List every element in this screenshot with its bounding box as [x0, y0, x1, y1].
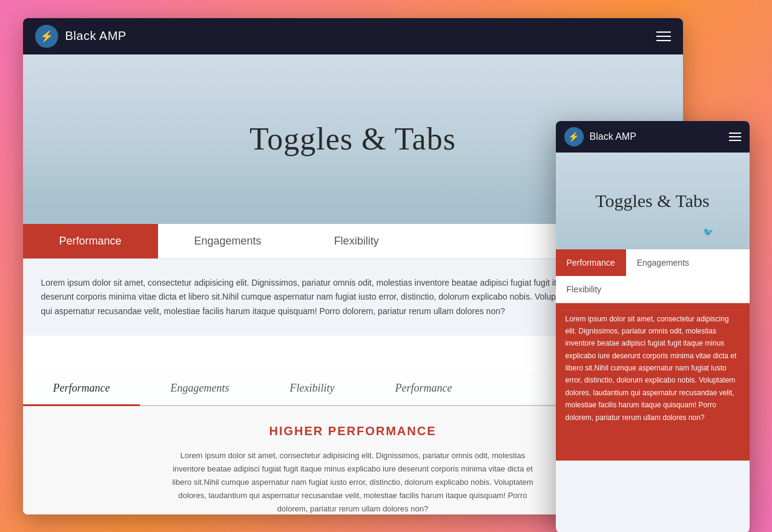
- tab-performance2-lower[interactable]: Performance: [365, 372, 482, 405]
- mobile-tabs-section: Performance Engagements Flexibility Lore…: [556, 249, 750, 461]
- mobile-browser-window: ⚡ Black AMP Toggles & Tabs 🐦 Performance…: [556, 121, 750, 533]
- hero-title: Toggles & Tabs: [249, 121, 456, 157]
- mobile-tab-engagements[interactable]: Engagements: [626, 249, 700, 276]
- tab-performance-lower[interactable]: Performance: [23, 372, 140, 406]
- menu-button[interactable]: [656, 31, 671, 41]
- lower-tab-text: Lorem ipsum dolor sit amet, consectetur …: [171, 449, 535, 514]
- brand-name: Black AMP: [65, 29, 127, 43]
- scene: ⚡ Black AMP Toggles & Tabs Performance E…: [23, 18, 750, 514]
- mobile-hero-title: Toggles & Tabs: [595, 191, 710, 211]
- mobile-logo-icon: ⚡: [564, 127, 584, 146]
- main-navbar: ⚡ Black AMP: [23, 18, 683, 54]
- mobile-tab-content: Lorem ipsum dolor sit amet, consectetur …: [556, 303, 750, 461]
- mobile-hero-section: Toggles & Tabs 🐦: [556, 153, 750, 249]
- logo-icon: ⚡: [35, 25, 58, 48]
- mobile-navbar-left: ⚡ Black AMP: [564, 127, 636, 146]
- mobile-tab-flexibility[interactable]: Flexibility: [556, 276, 613, 303]
- bird-icon: 🐦: [703, 227, 713, 237]
- mobile-menu-button[interactable]: [729, 133, 741, 141]
- tab-flexibility-lower[interactable]: Flexibility: [259, 372, 365, 405]
- mobile-navbar: ⚡ Black AMP: [556, 121, 750, 153]
- navbar-left: ⚡ Black AMP: [35, 25, 127, 48]
- tab-performance-upper[interactable]: Performance: [23, 224, 158, 258]
- mobile-brand-name: Black AMP: [590, 131, 636, 142]
- mobile-tabs-bar: Performance Engagements Flexibility: [556, 249, 750, 303]
- mobile-tab-performance[interactable]: Performance: [556, 249, 626, 276]
- tab-engagements-upper[interactable]: Engagements: [158, 224, 298, 258]
- mobile-tab-text: Lorem ipsum dolor sit amet, consectetur …: [566, 313, 740, 424]
- tab-flexibility-upper[interactable]: Flexibility: [298, 224, 415, 258]
- tab-engagements-lower[interactable]: Engagements: [140, 372, 259, 405]
